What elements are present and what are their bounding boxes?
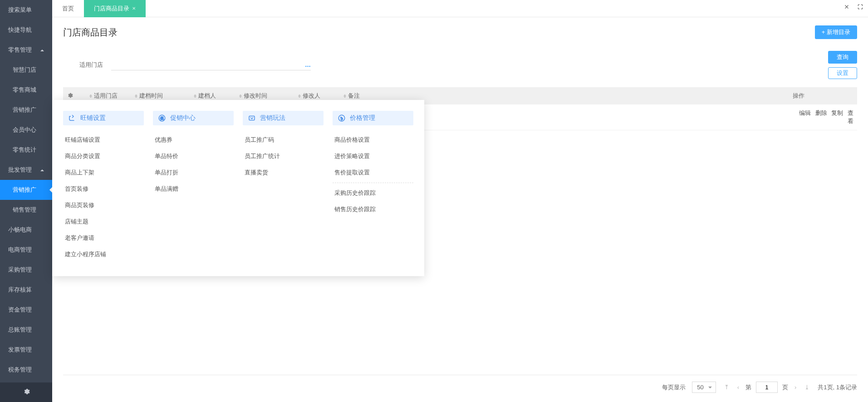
page-next-icon[interactable]: › [793, 384, 798, 391]
sidebar-marketing-1[interactable]: 营销推广 [0, 100, 52, 120]
sidebar-purchase[interactable]: 采购管理 [0, 260, 52, 280]
mega-item[interactable]: 店铺主题 [63, 213, 144, 230]
mega-item[interactable]: 进价策略设置 [333, 148, 413, 164]
svg-rect-2 [249, 116, 255, 120]
action-copy[interactable]: 复制 [831, 109, 843, 116]
mega-item[interactable]: 员工推广统计 [243, 148, 324, 164]
action-view[interactable]: 查看 [848, 109, 853, 124]
tabs: 首页 门店商品目录 ✕ [52, 0, 868, 17]
pagination: 每页显示 50 ⤒ ‹ 第 页 › ⤓ 共1页, 1条记录 [63, 375, 857, 393]
sidebar-retail-stats[interactable]: 零售统计 [0, 140, 52, 160]
mega-item[interactable]: 老客户邀请 [63, 230, 144, 246]
add-catalog-button[interactable]: 新增目录 [815, 25, 857, 39]
sidebar-tax[interactable]: 税务管理 [0, 360, 52, 380]
price-icon [337, 114, 346, 123]
tab-catalog-label: 门店商品目录 [94, 0, 129, 17]
mega-item[interactable]: 商品上下架 [63, 164, 144, 181]
mega-item[interactable]: 单品打折 [153, 164, 234, 181]
action-edit[interactable]: 编辑 [799, 109, 811, 116]
sidebar-inventory[interactable]: 库存核算 [0, 280, 52, 300]
sidebar-retail-mgr[interactable]: 零售管理 [0, 40, 52, 60]
sidebar-ledger[interactable]: 总账管理 [0, 320, 52, 340]
mega-item[interactable]: 优惠券 [153, 132, 234, 148]
mega-menu: 旺铺设置 旺铺店铺设置 商品分类设置 商品上下架 首页装修 商品页装修 店铺主题… [52, 100, 424, 276]
sidebar-wholesale[interactable]: 批发管理 [0, 160, 52, 180]
mega-item[interactable]: 商品页装修 [63, 197, 144, 213]
sidebar-marketing-2[interactable]: 营销推广 [0, 180, 52, 200]
mega-item[interactable]: 销售历史价跟踪 [333, 201, 413, 218]
page-summary: 共1页, 1条记录 [818, 383, 857, 392]
mega-item[interactable]: 建立小程序店铺 [63, 246, 144, 263]
mega-header-price: 价格管理 [333, 111, 413, 125]
filter-label: 适用门店 [79, 61, 103, 69]
page-input[interactable] [756, 382, 778, 393]
mega-item[interactable]: 单品特价 [153, 148, 234, 164]
sidebar-footer[interactable] [0, 382, 52, 402]
col-actions: 操作 [789, 87, 857, 104]
page-prefix: 第 [745, 383, 751, 392]
sidebar-retail-mall[interactable]: 零售商城 [0, 80, 52, 100]
sidebar-smart-store[interactable]: 智慧门店 [0, 60, 52, 80]
mega-item[interactable]: 商品分类设置 [63, 148, 144, 164]
mega-item[interactable]: 商品价格设置 [333, 132, 413, 148]
page-first-icon[interactable]: ⤒ [722, 384, 731, 391]
page-suffix: 页 [782, 383, 788, 392]
fullscreen-icon[interactable] [857, 4, 863, 11]
mega-item[interactable]: 单品满赠 [153, 181, 234, 197]
promo-icon: 促 [157, 114, 167, 123]
page-last-icon[interactable]: ⤓ [803, 384, 811, 391]
mega-item[interactable]: 采购历史价跟踪 [333, 185, 413, 201]
mega-header-shop: 旺铺设置 [63, 111, 144, 125]
mega-header-promo: 促 促销中心 [153, 111, 234, 125]
action-delete[interactable]: 删除 [815, 109, 827, 116]
shop-icon [68, 114, 77, 123]
mega-item[interactable]: 旺铺店铺设置 [63, 132, 144, 148]
sidebar-sales-mgr[interactable]: 销售管理 [0, 200, 52, 220]
mega-item[interactable]: 直播卖货 [243, 164, 324, 181]
settings-button[interactable]: 设置 [828, 67, 857, 79]
per-page-label: 每页显示 [662, 383, 686, 392]
tab-catalog[interactable]: 门店商品目录 ✕ [84, 0, 146, 17]
sidebar-ecomm-1[interactable]: 小畅电商 [0, 220, 52, 240]
svg-text:促: 促 [160, 116, 164, 120]
sidebar-invoice[interactable]: 发票管理 [0, 340, 52, 360]
page-title: 门店商品目录 [63, 26, 815, 39]
sidebar-finance[interactable]: 资金管理 [0, 300, 52, 320]
sidebar-quick-nav[interactable]: 快捷导航 [0, 20, 52, 40]
mega-header-marketing: 营销玩法 [243, 111, 324, 125]
mega-item[interactable]: 首页装修 [63, 181, 144, 197]
gear-icon [23, 388, 30, 397]
ellipsis-icon[interactable]: … [305, 61, 311, 68]
divider [333, 183, 413, 183]
per-page-select[interactable]: 50 [692, 382, 716, 393]
mega-item[interactable]: 售价提取设置 [333, 164, 413, 181]
query-button[interactable]: 查询 [828, 51, 857, 64]
sidebar-member-center[interactable]: 会员中心 [0, 120, 52, 140]
sidebar-ecomm-mgr[interactable]: 电商管理 [0, 240, 52, 260]
marketing-icon [247, 114, 256, 123]
sidebar: 搜索菜单 快捷导航 零售管理 智慧门店 零售商城 营销推广 会员中心 零售统计 … [0, 0, 52, 402]
close-all-icon[interactable] [843, 4, 850, 11]
page-prev-icon[interactable]: ‹ [736, 384, 741, 391]
sidebar-search[interactable]: 搜索菜单 [0, 0, 52, 20]
sort-icon [89, 93, 92, 99]
mega-item[interactable]: 员工推广码 [243, 132, 324, 148]
filter-store-input[interactable]: … [111, 60, 311, 70]
tab-home[interactable]: 首页 [52, 0, 84, 17]
close-icon[interactable]: ✕ [132, 0, 136, 17]
